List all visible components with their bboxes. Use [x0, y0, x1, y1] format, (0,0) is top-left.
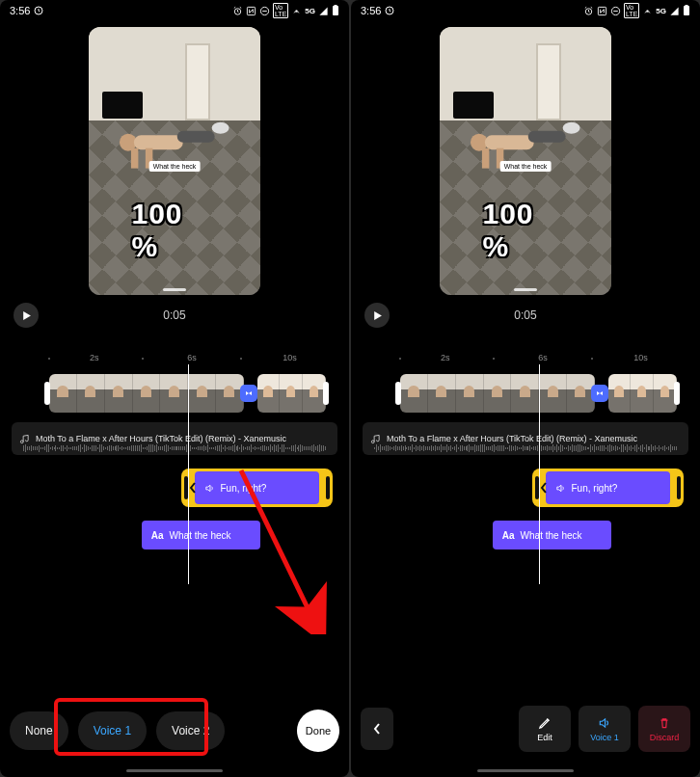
chevron-left-icon: [372, 722, 382, 736]
time-ruler: 2s 6s 10s: [0, 353, 349, 366]
swipe-handle: [163, 288, 186, 291]
svg-rect-24: [482, 148, 489, 169]
video-track[interactable]: [10, 374, 339, 413]
preview-area: What the heck 100 % 0:05: [351, 21, 700, 335]
text-prefix: Aa: [151, 530, 164, 541]
clip-handle-left[interactable]: [44, 382, 50, 405]
speaker-icon: [598, 716, 611, 730]
audio-track[interactable]: Moth To a Flame x After Hours (TikTok Ed…: [12, 422, 337, 455]
clip-handle-right[interactable]: [674, 382, 680, 405]
voiceover-clip[interactable]: Fun, right?: [546, 471, 671, 504]
timestamp: 0:05: [163, 308, 185, 322]
phone-right: 3:56 VoLTE 5G What the heck 100 %: [351, 0, 700, 777]
waveform: [23, 443, 326, 453]
svg-rect-8: [134, 135, 183, 149]
svg-rect-9: [177, 131, 215, 143]
volte-icon: VoLTE: [273, 3, 288, 18]
video-clip-1[interactable]: [400, 374, 595, 413]
audio-track[interactable]: Moth To a Flame x After Hours (TikTok Ed…: [363, 422, 688, 455]
done-button[interactable]: Done: [297, 710, 339, 752]
svg-rect-11: [131, 148, 138, 169]
clock-icon: [34, 6, 43, 15]
signal-icon: [669, 6, 680, 16]
timestamp: 0:05: [514, 308, 536, 322]
svg-point-23: [563, 122, 580, 134]
svg-rect-18: [684, 6, 689, 15]
text-clip[interactable]: Aa What the heck: [493, 521, 611, 549]
home-indicator: [126, 769, 223, 772]
clip-handle-left[interactable]: [395, 382, 401, 405]
transition-badge[interactable]: [240, 385, 257, 402]
video-preview[interactable]: What the heck 100 %: [440, 27, 611, 295]
preview-caption: What the heck: [149, 161, 201, 172]
play-icon: [372, 310, 383, 321]
hotspot-icon: [291, 6, 302, 16]
voiceover-label: Fun, right?: [572, 483, 618, 494]
text-prefix: Aa: [502, 530, 515, 541]
voice-handle-right[interactable]: [677, 476, 681, 499]
nfc-icon: [246, 6, 256, 16]
voiceover-clip[interactable]: Fun, right?: [195, 471, 320, 504]
text-label: What the heck: [521, 530, 582, 541]
play-button[interactable]: [364, 303, 390, 328]
hotspot-icon: [642, 6, 653, 16]
text-track[interactable]: Aa What the heck: [361, 521, 690, 549]
network-label: 5G: [656, 7, 666, 15]
voiceover-track[interactable]: Fun, right?: [10, 469, 339, 507]
text-track[interactable]: Aa What the heck: [10, 521, 339, 549]
transition-badge[interactable]: [591, 385, 608, 402]
battery-icon: [683, 5, 690, 16]
alarm-icon: [232, 6, 243, 16]
signal-icon: [318, 6, 329, 16]
edit-button[interactable]: Edit: [519, 706, 571, 752]
play-icon: [21, 310, 32, 321]
playhead[interactable]: [188, 364, 189, 584]
svg-rect-21: [485, 135, 534, 149]
dnd-icon: [610, 6, 621, 16]
preview-percent: 100 %: [132, 198, 218, 263]
svg-rect-6: [335, 5, 337, 7]
preview-percent: 100 %: [483, 198, 569, 263]
battery-icon: [332, 5, 339, 16]
voice-1-tool-button[interactable]: Voice 1: [579, 706, 631, 752]
svg-point-10: [212, 122, 229, 134]
voiceover-track[interactable]: Fun, right?: [361, 469, 690, 507]
dnd-icon: [259, 6, 270, 16]
back-button[interactable]: [361, 708, 393, 750]
status-bar: 3:56 VoLTE 5G: [351, 0, 700, 21]
voiceover-label: Fun, right?: [221, 483, 267, 494]
play-button[interactable]: [13, 303, 39, 328]
text-label: What the heck: [170, 530, 231, 541]
pencil-icon: [538, 716, 552, 730]
trash-icon: [658, 716, 671, 730]
phone-left: 3:56 VoLTE 5G What the heck 100 %: [0, 0, 349, 777]
text-clip[interactable]: Aa What the heck: [142, 521, 260, 549]
voice-handle-right[interactable]: [326, 476, 330, 499]
status-bar: 3:56 VoLTE 5G: [0, 0, 349, 21]
home-indicator: [477, 769, 574, 772]
video-track[interactable]: [361, 374, 690, 413]
clip-handle-right[interactable]: [323, 382, 329, 405]
svg-rect-5: [333, 6, 338, 15]
svg-rect-19: [686, 5, 688, 7]
voice-none-button[interactable]: None: [10, 711, 68, 750]
music-note-icon: [370, 434, 381, 444]
voice-1-button[interactable]: Voice 1: [78, 711, 147, 750]
preview-caption: What the heck: [500, 161, 552, 172]
timeline-area[interactable]: 2s 6s 10s Moth To a Flame x After Hours …: [0, 335, 349, 777]
video-preview[interactable]: What the heck 100 %: [89, 27, 260, 295]
clip-edit-bar: Edit Voice 1 Discard: [351, 694, 700, 777]
discard-button[interactable]: Discard: [638, 706, 690, 752]
status-icons: VoLTE 5G: [232, 3, 339, 18]
video-clip-1[interactable]: [49, 374, 244, 413]
voice-2-button[interactable]: Voice 2: [156, 711, 225, 750]
clock-icon: [385, 6, 394, 15]
video-clip-2[interactable]: [608, 374, 678, 413]
playhead[interactable]: [539, 364, 540, 584]
status-time: 3:56: [10, 5, 30, 16]
swipe-handle: [514, 288, 537, 291]
video-clip-2[interactable]: [257, 374, 327, 413]
volte-icon: VoLTE: [624, 3, 639, 18]
music-note-icon: [19, 434, 30, 444]
timeline-area[interactable]: 2s 6s 10s Moth To a Flame x After Hours …: [351, 335, 700, 777]
